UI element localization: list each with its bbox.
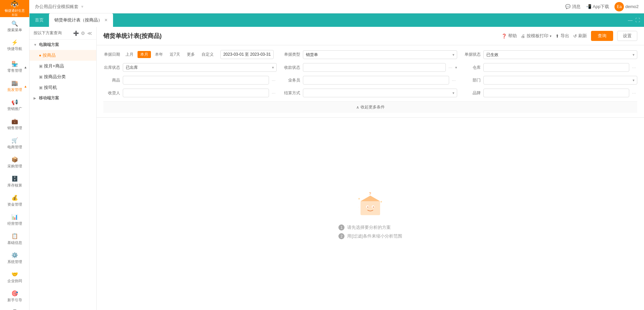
sidebar-item-appstore[interactable]: 📱 应用中心 [0, 306, 29, 310]
doc-type-select[interactable]: 销货单 [303, 50, 457, 59]
help-btn[interactable]: ❓ 帮助 [501, 33, 517, 39]
scheme-icon-category: ▣ [39, 74, 43, 79]
svg-marker-1 [361, 196, 380, 201]
add-scheme-icon[interactable]: ➕ [73, 31, 79, 36]
out-status-select-wrapper: 已出库 [123, 63, 277, 72]
collapse-filter-row[interactable]: ∧ 收起更多条件 [103, 101, 637, 113]
app-download-label: App下载 [593, 4, 609, 10]
tree-item-by-cashier[interactable]: ▣ 按司机 [30, 82, 96, 93]
tree-item-by-product[interactable]: ● 按商品 [30, 50, 96, 61]
tree-group-pc[interactable]: ▼ 电脑端方案 [30, 40, 96, 50]
finance-icon: 💰 [11, 195, 18, 201]
filter-doc-type: 单据类型 销货单 [283, 50, 457, 59]
tab-sales-stat[interactable]: 销货单统计表（按商品） ✕ [49, 13, 113, 27]
maximize-icon[interactable]: ⛶ [635, 17, 640, 23]
sidebar-item-ecom[interactable]: 🛒 电商管理 [0, 134, 29, 153]
warehouse-input[interactable] [483, 63, 630, 72]
payment-select[interactable] [303, 89, 457, 97]
date-label: 单据日期 [103, 52, 120, 57]
svg-point-5 [373, 206, 374, 207]
warehouse-more-icon[interactable]: ··· [631, 65, 637, 70]
receipt-status-more-icon[interactable]: ··· [447, 65, 454, 70]
user-menu[interactable]: Ea demo2 [614, 2, 639, 11]
sidebar-item-coop[interactable]: 🤝 企业协同 [0, 268, 29, 287]
sidebar-shortcut[interactable]: ⚡ 快捷导航 [0, 36, 29, 55]
scheme-label-product: 按商品 [43, 52, 56, 58]
print-btn[interactable]: 🖨 按模板打印 ▾ [521, 33, 551, 39]
tree-group-mobile[interactable]: ▶ 移动端方案 [30, 93, 96, 103]
sidebar-item-system[interactable]: ⚙️ 系统管理 [0, 249, 29, 268]
salesperson-input[interactable] [303, 76, 449, 85]
filter-brand: 品牌 ··· [464, 89, 637, 97]
receipt-status-control: ··· ▾ [303, 63, 457, 72]
date-range-text: 2023-03-01 至 2023-03-31 [223, 52, 271, 57]
date-tab-prev-month[interactable]: 上月 [123, 51, 136, 58]
sidebar-item-marketing[interactable]: 📢 营销推广 [0, 96, 29, 115]
dept-select[interactable] [483, 76, 637, 85]
basic-icon: 📋 [11, 233, 18, 239]
product-input[interactable] [123, 76, 269, 85]
svg-text:★: ★ [380, 200, 382, 203]
sidebar-search[interactable]: 🔍 搜索菜单 [0, 17, 29, 36]
sidebar-item-retail[interactable]: 🏪 零售管理 ▲ [0, 57, 29, 76]
page-header: 销货单统计表(按商品) ❓ 帮助 🖨 按模板打印 ▾ ⬆ [97, 27, 644, 45]
brand-more-icon[interactable]: ··· [631, 90, 637, 96]
receipt-status-input[interactable] [303, 63, 446, 72]
header-right: 💬 消息 📲 App下载 Ea demo2 [565, 2, 639, 11]
date-tab-more[interactable]: 更多 [184, 51, 198, 58]
sidebar-item-basic[interactable]: 📋 基础信息 [0, 229, 29, 249]
tab-close-icon[interactable]: ✕ [104, 18, 108, 22]
refresh-btn[interactable]: ↺ 刷新 [573, 33, 587, 39]
empty-tip-1: 1 请先选择要分析的方案 [338, 224, 402, 230]
receipt-status-label: 收款状态 [283, 65, 300, 70]
minimize-icon[interactable]: — [628, 17, 633, 23]
sidebar-item-sales[interactable]: 💼 销售管理 [0, 115, 29, 134]
date-tab-cur-year[interactable]: 本年 [152, 51, 166, 58]
date-tab-cur-month[interactable]: 本月 [138, 51, 151, 58]
settings-button[interactable]: 设置 [617, 31, 637, 41]
sidebar-item-ops[interactable]: 📊 经营管理 [0, 210, 29, 229]
recipient-control: ··· [123, 89, 277, 97]
sidebar-item-guide[interactable]: 🎯 新手引导 [0, 287, 29, 306]
tab-home[interactable]: 首页 [30, 13, 49, 27]
settings-scheme-icon[interactable]: ⚙ [81, 31, 85, 36]
sidebar-item-wholesale[interactable]: 🏬 批发管理 ▲ [0, 76, 29, 96]
query-button[interactable]: 查询 [591, 31, 613, 41]
collapse-label: 收起更多条件 [361, 104, 385, 110]
tree-item-by-month-product[interactable]: ▣ 按月+商品 [30, 61, 96, 71]
content-wrapper: 按以下方案查询 ➕ ⚙ ≪ ▼ 电脑端方案 ● 按商品 ▣ 按月+ [30, 27, 644, 310]
sales-icon: 💼 [11, 118, 18, 124]
sidebar-item-finance[interactable]: 💰 资金管理 [0, 191, 29, 210]
receipt-status-dropdown-icon[interactable]: ▾ [455, 65, 457, 70]
date-tab-7days[interactable]: 近7天 [167, 51, 183, 58]
message-label: 消息 [572, 4, 581, 10]
page-actions: ❓ 帮助 🖨 按模板打印 ▾ ⬆ 导出 ↺ [501, 31, 637, 41]
sidebar-item-purchase[interactable]: 📦 采购管理 [0, 153, 29, 172]
message-btn[interactable]: 💬 消息 [565, 4, 581, 10]
svg-point-4 [367, 206, 368, 207]
recipient-input[interactable] [123, 89, 269, 97]
filter-row-3: 商品 ··· 业务员 ··· 部门 [103, 76, 637, 85]
filter-payment: 结算方式 [283, 89, 457, 97]
recipient-more-icon[interactable]: ··· [270, 90, 277, 96]
filter-doc-status: 单据状态 已生效 [464, 50, 637, 59]
filter-recipient: 收货人 ··· [103, 89, 277, 97]
product-more-icon[interactable]: ··· [270, 78, 277, 83]
scheme-tree: ▼ 电脑端方案 ● 按商品 ▣ 按月+商品 ▣ 按商品分类 ▣ 按司机 [30, 40, 96, 103]
app-download-btn[interactable]: 📲 App下载 [586, 4, 609, 10]
sidebar-item-inventory[interactable]: 🗄️ 库存核算 [0, 172, 29, 191]
collapse-panel-icon[interactable]: ≪ [87, 31, 92, 36]
logo-text: 畅捷通好生意 [5, 9, 25, 13]
doc-status-select[interactable]: 已生效 [483, 50, 637, 59]
scheme-label-cashier: 按司机 [44, 85, 57, 91]
app-logo: 🐯 畅捷通好生意 标版 [0, 0, 30, 17]
purchase-icon: 📦 [11, 156, 18, 163]
date-range-input[interactable]: 2023-03-01 至 2023-03-31 [220, 50, 274, 59]
tree-item-by-category[interactable]: ▣ 按商品分类 [30, 71, 96, 82]
salesperson-more-icon[interactable]: ··· [450, 78, 457, 83]
svg-rect-0 [361, 201, 380, 215]
out-status-select[interactable]: 已出库 [123, 63, 277, 72]
date-tab-custom[interactable]: 自定义 [199, 51, 216, 58]
brand-input[interactable] [483, 89, 630, 97]
export-btn[interactable]: ⬆ 导出 [555, 33, 569, 39]
